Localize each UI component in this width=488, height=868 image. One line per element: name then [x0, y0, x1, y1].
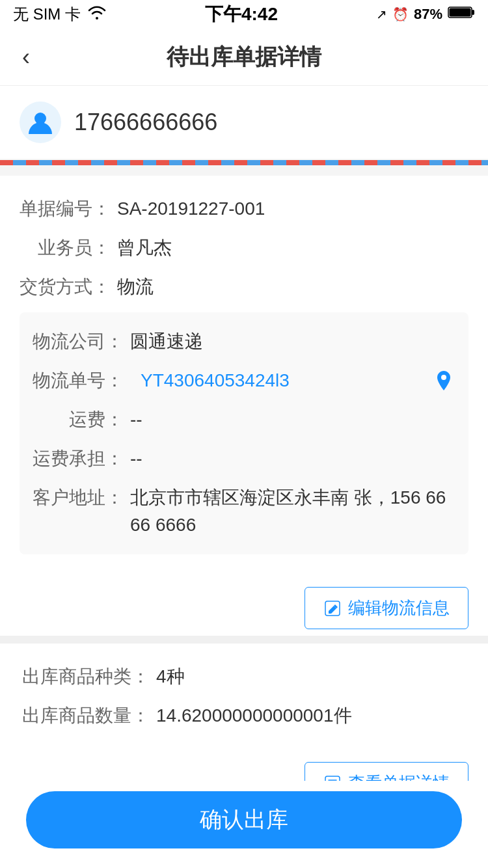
- status-left: 无 SIM 卡: [13, 4, 107, 25]
- user-phone: 17666666666: [74, 109, 217, 136]
- wifi-icon: [87, 5, 107, 23]
- goods-type-row: 出库商品种类： 4种: [20, 663, 468, 690]
- sales-person-label: 业务员：: [20, 234, 111, 262]
- edit-logistics-button[interactable]: 编辑物流信息: [305, 587, 468, 629]
- goods-quantity-value: 14.620000000000001件: [156, 702, 468, 729]
- alarm-icon: ⏰: [392, 7, 409, 22]
- delivery-method-row: 交货方式： 物流: [20, 273, 468, 301]
- address-value: 北京市市辖区海淀区永丰南 张，156 6666 6666: [130, 484, 455, 539]
- goods-type-label: 出库商品种类：: [20, 663, 150, 690]
- goods-section: 出库商品种类： 4种 出库商品数量： 14.620000000000001件: [0, 644, 488, 749]
- address-row: 客户地址： 北京市市辖区海淀区永丰南 张，156 6666 6666: [33, 484, 455, 539]
- status-right: ↗ ⏰ 87%: [376, 5, 475, 23]
- avatar: [20, 102, 61, 143]
- goods-quantity-row: 出库商品数量： 14.620000000000001件: [20, 702, 468, 729]
- logistics-company-label: 物流公司：: [33, 328, 124, 355]
- order-info-section: 单据编号： SA-20191227-001 业务员： 曾凡杰 交货方式： 物流 …: [0, 176, 488, 574]
- confirm-btn-bar: 确认出库: [0, 781, 488, 868]
- goods-type-value: 4种: [156, 663, 468, 690]
- page-title: 待出库单据详情: [167, 42, 321, 72]
- goods-quantity-label: 出库商品数量：: [20, 702, 150, 729]
- freight-value: --: [130, 406, 455, 433]
- section-divider: [0, 636, 488, 644]
- back-button[interactable]: ‹: [16, 37, 36, 77]
- order-number-value: SA-20191227-001: [117, 195, 468, 223]
- location-icon: ↗: [376, 7, 387, 22]
- logistics-company-row: 物流公司： 圆通速递: [33, 328, 455, 355]
- sales-person-row: 业务员： 曾凡杰: [20, 234, 468, 262]
- edit-logistics-label: 编辑物流信息: [348, 597, 450, 619]
- nav-bar: ‹ 待出库单据详情: [0, 29, 488, 86]
- delivery-method-label: 交货方式：: [20, 273, 111, 301]
- freight-bearer-value: --: [130, 445, 455, 472]
- freight-bearer-row: 运费承担： --: [33, 445, 455, 472]
- svg-point-4: [441, 375, 446, 380]
- logistics-section: 物流公司： 圆通速递 物流单号： YT43064053424l3 运费： -- …: [20, 312, 468, 554]
- time-text: 下午4:42: [205, 2, 278, 27]
- svg-rect-1: [472, 10, 474, 15]
- order-number-label: 单据编号：: [20, 195, 111, 223]
- confirm-button-label: 确认出库: [200, 805, 288, 835]
- confirm-outbound-button[interactable]: 确认出库: [26, 791, 462, 848]
- freight-bearer-label: 运费承担：: [33, 445, 124, 472]
- tracking-number-row: 物流单号： YT43064053424l3: [33, 367, 455, 394]
- carrier-text: 无 SIM 卡: [13, 4, 81, 25]
- tracking-number-label: 物流单号：: [33, 367, 124, 394]
- address-label: 客户地址：: [33, 484, 124, 511]
- map-pin-icon[interactable]: [432, 369, 455, 392]
- logistics-company-value: 圆通速递: [130, 328, 455, 355]
- tracking-number-value: YT43064053424l3: [141, 367, 422, 394]
- order-number-row: 单据编号： SA-20191227-001: [20, 195, 468, 223]
- battery-icon: [448, 5, 475, 23]
- user-header: 17666666666: [0, 86, 488, 159]
- delivery-method-value: 物流: [117, 273, 468, 301]
- battery-text: 87%: [414, 6, 442, 23]
- sales-person-value: 曾凡杰: [117, 234, 468, 262]
- freight-row: 运费： --: [33, 406, 455, 433]
- dashed-divider: [0, 160, 488, 165]
- freight-label: 运费：: [33, 406, 124, 433]
- edit-btn-row: 编辑物流信息: [0, 574, 488, 636]
- svg-rect-2: [449, 8, 470, 17]
- status-bar: 无 SIM 卡 下午4:42 ↗ ⏰ 87%: [0, 0, 488, 29]
